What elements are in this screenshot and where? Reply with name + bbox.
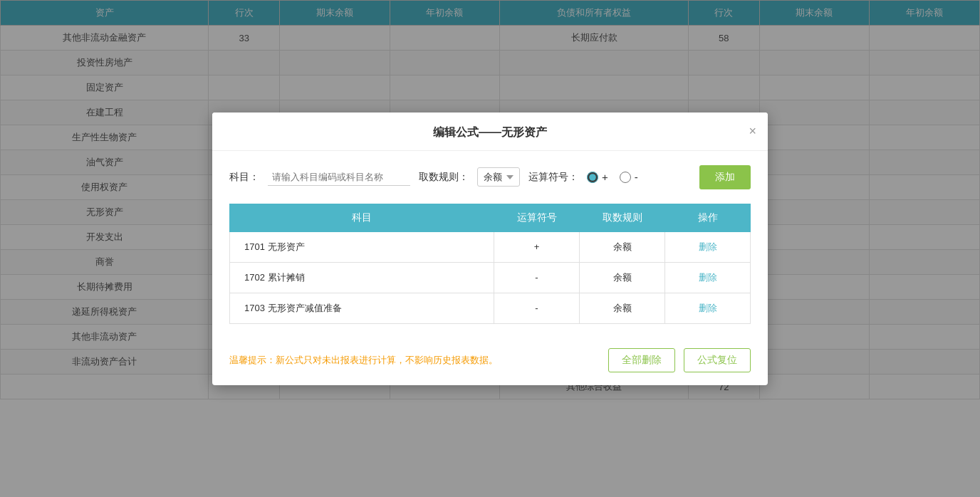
modal-title: 编辑公式——无形资产	[433, 126, 547, 138]
modal-close-button[interactable]: ×	[749, 125, 756, 137]
formula-action: 删除	[665, 231, 751, 262]
rule-select[interactable]: 余额 借方 贷方	[477, 167, 520, 187]
reset-button[interactable]: 公式复位	[684, 348, 751, 372]
modal-footer: 温馨提示：新公式只对未出报表进行计算，不影响历史报表数据。 全部删除 公式复位	[212, 338, 768, 385]
col-subject: 科目	[230, 204, 494, 231]
delete-link[interactable]: 删除	[699, 303, 717, 313]
footer-tip: 温馨提示：新公式只对未出报表进行计算，不影响历史报表数据。	[229, 354, 498, 367]
operator-radio-group: + -	[587, 171, 638, 183]
operator-minus-radio[interactable]: -	[620, 171, 638, 183]
operator-label: 运算符号：	[528, 171, 578, 184]
formula-action: 删除	[665, 262, 751, 293]
formula-row: 1702 累计摊销-余额删除	[230, 262, 751, 293]
subject-label: 科目：	[229, 171, 259, 184]
form-row: 科目： 取数规则： 余额 借方 贷方 运算符号： +	[229, 165, 751, 189]
formula-subject: 1702 累计摊销	[230, 262, 494, 293]
page-container: 资产 行次 期末余额 年初余额 负债和所有者权益 行次 期末余额 年初余额 其他…	[0, 0, 980, 497]
formula-table: 科目 运算符号 取数规则 操作 1701 无形资产+余额删除1702 累计摊销-…	[229, 204, 751, 324]
formula-row: 1703 无形资产减值准备-余额删除	[230, 293, 751, 323]
formula-row: 1701 无形资产+余额删除	[230, 231, 751, 262]
delete-link[interactable]: 删除	[699, 272, 717, 283]
operator-plus-input[interactable]	[587, 172, 598, 183]
operator-minus-input[interactable]	[620, 172, 631, 183]
operator-plus-radio[interactable]: +	[587, 171, 608, 183]
footer-buttons: 全部删除 公式复位	[608, 348, 751, 372]
rule-label: 取数规则：	[419, 171, 469, 184]
formula-operator: -	[494, 293, 580, 323]
formula-subject: 1701 无形资产	[230, 231, 494, 262]
formula-rule: 余额	[580, 262, 665, 293]
col-rule: 取数规则	[580, 204, 665, 231]
subject-input[interactable]	[268, 169, 410, 186]
formula-operator: -	[494, 262, 580, 293]
operator-minus-label: -	[635, 171, 638, 183]
modal-body: 科目： 取数规则： 余额 借方 贷方 运算符号： +	[212, 151, 768, 338]
formula-rule: 余额	[580, 231, 665, 262]
operator-plus-label: +	[602, 171, 608, 183]
add-button[interactable]: 添加	[699, 165, 751, 189]
delete-all-button[interactable]: 全部删除	[608, 348, 675, 372]
delete-link[interactable]: 删除	[699, 241, 717, 252]
modal-dialog: 编辑公式——无形资产 × 科目： 取数规则： 余额 借方 贷方 运算符号：	[212, 113, 768, 385]
modal-header: 编辑公式——无形资产 ×	[212, 113, 768, 151]
col-operator: 运算符号	[494, 204, 580, 231]
formula-action: 删除	[665, 293, 751, 323]
col-action: 操作	[665, 204, 751, 231]
formula-rule: 余额	[580, 293, 665, 323]
formula-operator: +	[494, 231, 580, 262]
formula-subject: 1703 无形资产减值准备	[230, 293, 494, 323]
modal-overlay: 编辑公式——无形资产 × 科目： 取数规则： 余额 借方 贷方 运算符号：	[0, 0, 980, 497]
